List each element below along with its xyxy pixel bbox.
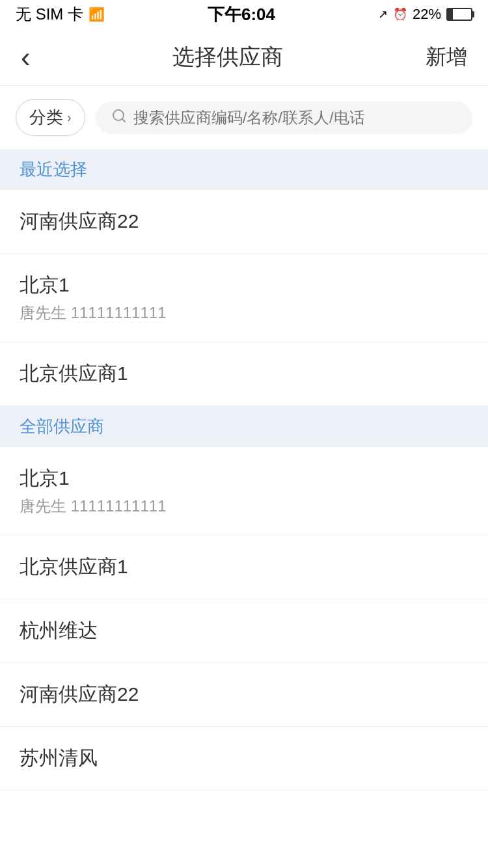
- status-bar: 无 SIM 卡 📶 下午6:04 ↗ ⏰ 22%: [0, 0, 488, 29]
- nav-bar: ‹ 选择供应商 新增: [0, 29, 488, 86]
- alarm-icon: ⏰: [393, 7, 407, 21]
- item-name: 北京供应商1: [20, 554, 468, 580]
- list-item[interactable]: 河南供应商22: [0, 663, 488, 727]
- item-name: 杭州维达: [20, 617, 468, 644]
- battery-icon: [446, 8, 472, 21]
- list-item[interactable]: 杭州维达: [0, 599, 488, 663]
- back-button[interactable]: ‹: [21, 41, 31, 74]
- recent-section-header: 最近选择: [0, 149, 488, 190]
- page-title: 选择供应商: [172, 42, 283, 72]
- sim-status: 无 SIM 卡: [16, 4, 83, 25]
- item-sub: 唐先生 11111111111: [20, 303, 468, 323]
- item-name: 河南供应商22: [20, 681, 468, 708]
- list-item[interactable]: 苏州清风: [0, 727, 488, 791]
- item-name: 苏州清风: [20, 745, 468, 772]
- item-name: 北京1: [20, 465, 468, 492]
- recent-section-label: 最近选择: [20, 159, 87, 179]
- item-name: 河南供应商22: [20, 208, 468, 235]
- status-left: 无 SIM 卡 📶: [16, 4, 105, 25]
- all-section-label: 全部供应商: [20, 416, 104, 436]
- search-area: 分类 ›: [0, 86, 488, 149]
- list-item[interactable]: 北京供应商1: [0, 536, 488, 599]
- search-input[interactable]: [133, 109, 457, 127]
- status-time: 下午6:04: [208, 3, 275, 26]
- list-item[interactable]: 北京1唐先生 11111111111: [0, 254, 488, 342]
- recent-list: 河南供应商22北京1唐先生 11111111111北京供应商1: [0, 190, 488, 406]
- chevron-right-icon: ›: [67, 110, 72, 125]
- back-icon: ‹: [21, 41, 31, 74]
- all-list: 北京1唐先生 11111111111北京供应商1杭州维达河南供应商22苏州清风: [0, 447, 488, 791]
- battery-percent: 22%: [413, 6, 441, 23]
- all-section-header: 全部供应商: [0, 406, 488, 447]
- svg-line-1: [122, 118, 124, 121]
- search-box[interactable]: [96, 102, 472, 134]
- status-right: ↗ ⏰ 22%: [378, 6, 472, 23]
- item-name: 北京供应商1: [20, 360, 468, 387]
- item-sub: 唐先生 11111111111: [20, 496, 468, 517]
- category-label: 分类: [29, 106, 63, 129]
- new-button[interactable]: 新增: [426, 43, 467, 72]
- item-name: 北京1: [20, 272, 468, 299]
- location-icon: ↗: [378, 7, 388, 21]
- category-button[interactable]: 分类 ›: [16, 99, 85, 136]
- list-item[interactable]: 河南供应商22: [0, 190, 488, 254]
- list-item[interactable]: 北京1唐先生 11111111111: [0, 447, 488, 536]
- list-item[interactable]: 北京供应商1: [0, 342, 488, 406]
- wifi-icon: 📶: [88, 7, 105, 22]
- search-icon: [111, 108, 127, 128]
